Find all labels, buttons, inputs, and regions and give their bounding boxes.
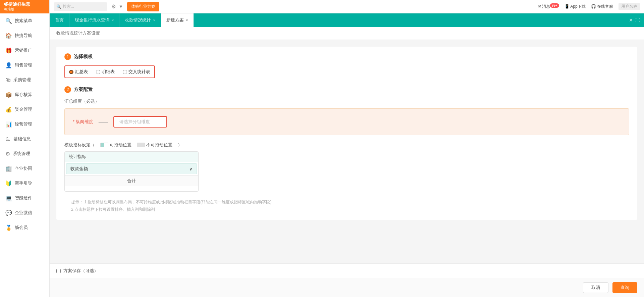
sidebar-item-base-info[interactable]: 🗂 基础信息 bbox=[0, 132, 49, 146]
notifications[interactable]: ✉ 消息 99+ bbox=[538, 4, 559, 9]
sidebar-item-guide[interactable]: 🔰 新手引导 bbox=[0, 176, 49, 191]
tab-collection-stats-label: 收款情况统计 bbox=[125, 17, 151, 23]
sidebar-item-marketing[interactable]: 🎁 营销推广 bbox=[0, 43, 49, 58]
metrics-header: 模板指标设定（ 可拖动位置 不可拖动位置 ） bbox=[64, 142, 629, 148]
marketing-icon: 🎁 bbox=[5, 47, 12, 54]
metrics-title-label: 模板指标设定（ bbox=[64, 142, 95, 148]
step2-section: 2 方案配置 汇总维度（必选） * 纵向维度 —— 请选择分组维度 bbox=[64, 86, 629, 213]
metrics-table-header: 统计指标 bbox=[65, 152, 198, 162]
tab-new-plan-label: 新建方案 bbox=[166, 17, 184, 23]
tab-bank-flow-label: 现金银行流水查询 bbox=[75, 17, 110, 23]
sidebar-item-label: 智能硬件 bbox=[15, 195, 32, 201]
app-download[interactable]: 📱 App下载 bbox=[565, 4, 586, 9]
metrics-cell-name: 收款金额 bbox=[70, 166, 88, 172]
sidebar-item-label: 经营管理 bbox=[15, 121, 32, 127]
support-icon: 🎧 bbox=[591, 4, 596, 9]
sidebar-item-label: 快捷导航 bbox=[15, 33, 32, 39]
operations-icon: 📊 bbox=[5, 121, 12, 128]
online-support[interactable]: 🎧 在线客服 bbox=[591, 4, 613, 9]
radio-summary-input[interactable] bbox=[69, 70, 73, 74]
radio-cross-label: 交叉统计表 bbox=[128, 69, 150, 75]
save-plan-checkbox[interactable] bbox=[56, 269, 61, 273]
sidebar-item-system[interactable]: ⚙ 系统管理 bbox=[0, 146, 49, 161]
logo-sub: 标准版 bbox=[4, 7, 30, 12]
radio-cross[interactable]: 交叉统计表 bbox=[123, 69, 150, 75]
step1-label: 选择模板 bbox=[74, 54, 93, 60]
radio-detail-input[interactable] bbox=[96, 70, 100, 74]
sidebar-item-label: 企业微信 bbox=[15, 210, 32, 216]
notifications-label: 消息 bbox=[542, 4, 550, 9]
save-plan-label[interactable]: 方案保存（可选） bbox=[63, 268, 98, 274]
query-button[interactable]: 查询 bbox=[612, 282, 637, 293]
metrics-table: 统计指标 收款金额 ∨ 合计 bbox=[64, 151, 199, 192]
window-maximize-icon[interactable]: ⛶ bbox=[635, 17, 640, 23]
no-drag-badge: 不可拖动位置 bbox=[137, 142, 172, 148]
base-info-icon: 🗂 bbox=[5, 136, 11, 142]
hardware-icon: 💻 bbox=[5, 195, 12, 201]
sidebar-item-search-menu[interactable]: 🔍 搜索菜单 bbox=[0, 13, 49, 28]
sidebar-item-inventory[interactable]: 📦 库存核算 bbox=[0, 87, 49, 102]
sidebar: 畅捷通好生意 标准版 🔍 搜索菜单 🏠 快捷导航 🎁 营销推广 👤 销售管理 🛍… bbox=[0, 0, 50, 297]
tip1: 提示： 1.拖动标题栏可以调整布局，不可跨维度或指标区域拖动栏目字段(只能在同一… bbox=[64, 198, 629, 206]
system-icon: ⚙ bbox=[5, 151, 10, 157]
sidebar-item-enterprise[interactable]: 🏢 企业协同 bbox=[0, 161, 49, 176]
draggable-label: 可拖动位置 bbox=[110, 142, 131, 148]
radio-summary-label: 汇总表 bbox=[75, 69, 88, 75]
chevron-down-icon[interactable]: ∨ bbox=[189, 166, 193, 171]
purchase-icon: 🛍 bbox=[5, 77, 11, 83]
sidebar-item-hardware[interactable]: 💻 智能硬件 bbox=[0, 191, 49, 205]
step1-num: 1 bbox=[64, 53, 71, 60]
dimension-title: 汇总维度（必选） bbox=[64, 98, 629, 104]
no-drag-label: 不可拖动位置 bbox=[146, 142, 172, 148]
search-icon: 🔍 bbox=[56, 4, 61, 9]
radio-detail[interactable]: 明细表 bbox=[96, 69, 115, 75]
tab-bank-flow[interactable]: 现金银行流水查询 × bbox=[69, 13, 119, 27]
sidebar-item-wechat[interactable]: 💬 企业微信 bbox=[0, 205, 49, 220]
tab-bank-flow-close[interactable]: × bbox=[112, 18, 114, 22]
search-menu-icon: 🔍 bbox=[5, 18, 12, 24]
page-body: 1 选择模板 汇总表 明细表 交叉统计表 bbox=[50, 40, 644, 263]
sidebar-item-finance[interactable]: 💰 资金管理 bbox=[0, 102, 49, 117]
sidebar-item-label: 畅会员 bbox=[15, 225, 28, 231]
breadcrumb: 收款情况统计方案设置 bbox=[56, 31, 100, 36]
sidebar-item-member[interactable]: 🏅 畅会员 bbox=[0, 220, 49, 235]
tab-collection-stats-close[interactable]: × bbox=[153, 18, 155, 22]
sidebar-item-sales[interactable]: 👤 销售管理 bbox=[0, 58, 49, 72]
member-icon: 🏅 bbox=[5, 225, 12, 231]
tab-home[interactable]: 首页 bbox=[50, 13, 69, 27]
support-label: 在线客服 bbox=[597, 4, 613, 9]
close-paren: ） bbox=[178, 142, 182, 148]
metrics-cell-amount[interactable]: 收款金额 ∨ bbox=[66, 163, 197, 174]
sidebar-item-label: 库存核算 bbox=[15, 92, 32, 98]
notification-badge: 99+ bbox=[550, 3, 559, 8]
dimension-select[interactable]: 请选择分组维度 bbox=[113, 116, 167, 128]
sales-icon: 👤 bbox=[5, 62, 12, 68]
inventory-icon: 📦 bbox=[5, 92, 12, 98]
tabs-window-actions: × ⛶ bbox=[625, 13, 644, 27]
trial-industry-button[interactable]: 体验行业方案 bbox=[127, 2, 159, 11]
topbar-dropdown-icon[interactable]: ▼ bbox=[119, 4, 123, 9]
draggable-badge: 可拖动位置 bbox=[100, 142, 131, 148]
no-drag-indicator bbox=[137, 143, 145, 147]
radio-cross-input[interactable] bbox=[123, 70, 127, 74]
sidebar-item-operations[interactable]: 📊 经营管理 bbox=[0, 117, 49, 132]
sidebar-item-label: 基础信息 bbox=[13, 136, 31, 142]
save-row: 方案保存（可选） bbox=[50, 263, 644, 278]
step2-num: 2 bbox=[64, 86, 71, 93]
page-header: 收款情况统计方案设置 bbox=[50, 27, 644, 40]
user-name[interactable]: 用户名称 bbox=[619, 3, 640, 10]
window-close-icon[interactable]: × bbox=[629, 17, 633, 24]
step1-title: 1 选择模板 bbox=[64, 53, 629, 60]
cancel-button[interactable]: 取消 bbox=[583, 282, 608, 293]
tab-new-plan[interactable]: 新建方案 × bbox=[161, 13, 194, 27]
sidebar-item-label: 系统管理 bbox=[13, 151, 30, 157]
sidebar-item-quick-nav[interactable]: 🏠 快捷导航 bbox=[0, 28, 49, 43]
sidebar-item-purchase[interactable]: 🛍 采购管理 bbox=[0, 72, 49, 87]
tab-collection-stats[interactable]: 收款情况统计 × bbox=[119, 13, 161, 27]
tab-new-plan-close[interactable]: × bbox=[186, 18, 188, 22]
radio-detail-label: 明细表 bbox=[102, 69, 115, 75]
topbar-search[interactable]: 🔍 搜索... bbox=[54, 2, 107, 11]
enterprise-icon: 🏢 bbox=[5, 165, 12, 172]
settings-icon[interactable]: ⚙ bbox=[111, 3, 116, 10]
radio-summary[interactable]: 汇总表 bbox=[69, 69, 88, 75]
